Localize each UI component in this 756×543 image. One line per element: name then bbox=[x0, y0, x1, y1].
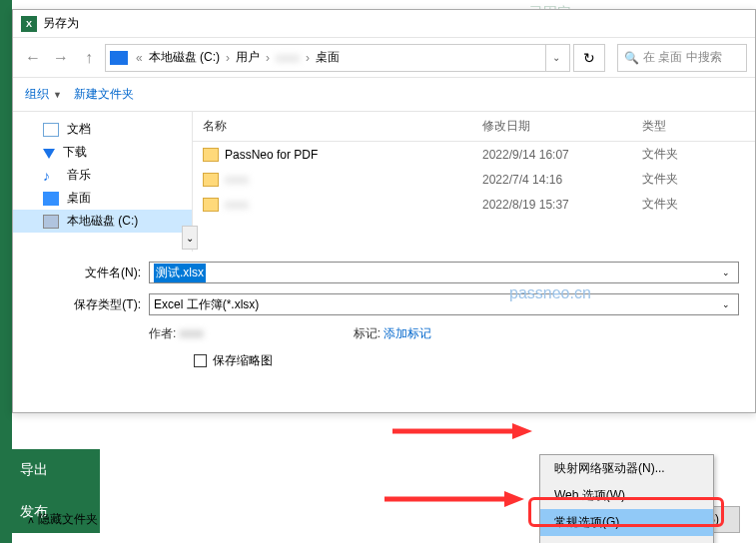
chevron-icon: « bbox=[132, 51, 147, 65]
sidebar-item-music[interactable]: ♪音乐 bbox=[13, 164, 192, 187]
filetype-label: 保存类型(T): bbox=[29, 296, 149, 313]
col-date[interactable]: 修改日期 bbox=[472, 118, 632, 135]
back-icon[interactable]: ← bbox=[21, 46, 45, 70]
document-icon bbox=[43, 123, 59, 137]
music-icon: ♪ bbox=[43, 169, 59, 183]
search-input[interactable]: 🔍 在 桌面 中搜索 bbox=[617, 44, 747, 72]
organize-button[interactable]: 组织▼ bbox=[25, 86, 62, 103]
author-label: 作者: bbox=[149, 326, 176, 340]
author-value[interactable]: xxxx bbox=[180, 326, 204, 340]
menu-item-web-options[interactable]: Web 选项(W)... bbox=[540, 482, 713, 509]
save-as-dialog: X 另存为 ← → ↑ « 本地磁盘 (C:) › 用户 › xxxx › 桌面… bbox=[12, 9, 756, 413]
chevron-icon: › bbox=[302, 51, 314, 65]
breadcrumb[interactable]: « 本地磁盘 (C:) › 用户 › xxxx › 桌面 ⌄ bbox=[105, 44, 570, 72]
tools-dropdown-menu: 映射网络驱动器(N)... Web 选项(W)... 常规选项(G)... 压缩… bbox=[539, 454, 714, 543]
download-icon bbox=[43, 149, 55, 159]
folder-icon bbox=[203, 173, 219, 187]
crumb-user-blurred[interactable]: xxxx bbox=[276, 51, 300, 65]
chevron-up-icon: ʌ bbox=[28, 514, 34, 525]
crumb-disk[interactable]: 本地磁盘 (C:) bbox=[149, 49, 220, 66]
chevron-down-icon[interactable]: ⌄ bbox=[722, 268, 734, 277]
file-row[interactable]: xxxx 2022/8/19 15:37 文件夹 bbox=[193, 192, 755, 217]
refresh-button[interactable]: ↻ bbox=[573, 44, 605, 72]
form-area: 文件名(N): 测试.xlsx ⌄ 保存类型(T): Excel 工作簿(*.x… bbox=[13, 252, 755, 379]
folder-tree: 文档 下载 ♪音乐 桌面 本地磁盘 (C:) ⌄ bbox=[13, 112, 193, 252]
desktop-icon bbox=[43, 192, 59, 206]
up-icon[interactable]: ↑ bbox=[77, 46, 101, 70]
excel-export-nav[interactable]: 导出 bbox=[0, 449, 100, 491]
titlebar: X 另存为 bbox=[13, 10, 755, 38]
new-folder-button[interactable]: 新建文件夹 bbox=[74, 86, 134, 103]
thumbnail-label: 保存缩略图 bbox=[213, 352, 273, 369]
expand-tree-button[interactable]: ⌄ bbox=[182, 226, 198, 250]
filetype-select[interactable]: Excel 工作簿(*.xlsx) ⌄ bbox=[149, 293, 739, 315]
tag-label: 标记: bbox=[354, 326, 380, 340]
sidebar-item-documents[interactable]: 文档 bbox=[13, 118, 192, 141]
filename-label: 文件名(N): bbox=[29, 265, 149, 281]
hide-folders-button[interactable]: ʌ 隐藏文件夹 bbox=[28, 511, 98, 528]
crumb-users[interactable]: 用户 bbox=[236, 49, 260, 66]
forward-icon: → bbox=[49, 46, 73, 70]
tag-value[interactable]: 添加标记 bbox=[383, 326, 431, 340]
thumbnail-checkbox[interactable] bbox=[194, 354, 207, 367]
menu-item-general-options[interactable]: 常规选项(G)... bbox=[540, 509, 713, 536]
sidebar-item-localdisk-c[interactable]: 本地磁盘 (C:) bbox=[13, 210, 192, 233]
svg-marker-1 bbox=[512, 423, 532, 439]
filename-input[interactable]: 测试.xlsx ⌄ bbox=[149, 262, 739, 283]
col-name[interactable]: 名称 bbox=[193, 118, 472, 135]
col-type[interactable]: 类型 bbox=[632, 118, 732, 135]
file-row[interactable]: xxxx 2022/7/4 14:16 文件夹 bbox=[193, 167, 755, 192]
folder-icon bbox=[203, 148, 219, 162]
excel-icon: X bbox=[21, 16, 37, 32]
search-placeholder: 在 桌面 中搜索 bbox=[643, 49, 722, 66]
breadcrumb-dropdown-icon[interactable]: ⌄ bbox=[545, 44, 565, 72]
sidebar-item-downloads[interactable]: 下载 bbox=[13, 141, 192, 164]
search-icon: 🔍 bbox=[624, 51, 639, 65]
chevron-icon: › bbox=[222, 51, 234, 65]
dialog-title: 另存为 bbox=[43, 15, 79, 32]
file-row[interactable]: PassNeo for PDF 2022/9/14 16:07 文件夹 bbox=[193, 142, 755, 167]
menu-item-compress-pictures[interactable]: 压缩图片(C)... bbox=[540, 536, 713, 543]
chevron-down-icon: ▼ bbox=[53, 90, 62, 100]
crumb-desktop[interactable]: 桌面 bbox=[316, 49, 340, 66]
disk-icon bbox=[43, 215, 59, 229]
chevron-icon: › bbox=[262, 51, 274, 65]
sidebar-item-desktop[interactable]: 桌面 bbox=[13, 187, 192, 210]
annotation-arrow bbox=[392, 421, 532, 441]
nav-bar: ← → ↑ « 本地磁盘 (C:) › 用户 › xxxx › 桌面 ⌄ ↻ 🔍… bbox=[13, 38, 755, 78]
chevron-down-icon[interactable]: ⌄ bbox=[722, 299, 734, 309]
file-list-header: 名称 修改日期 类型 bbox=[193, 112, 755, 142]
file-list: 名称 修改日期 类型 PassNeo for PDF 2022/9/14 16:… bbox=[193, 112, 755, 252]
toolbar: 组织▼ 新建文件夹 bbox=[13, 78, 755, 112]
folder-icon bbox=[203, 198, 219, 212]
pc-icon bbox=[110, 51, 128, 65]
menu-item-map-network-drive[interactable]: 映射网络驱动器(N)... bbox=[540, 455, 713, 482]
